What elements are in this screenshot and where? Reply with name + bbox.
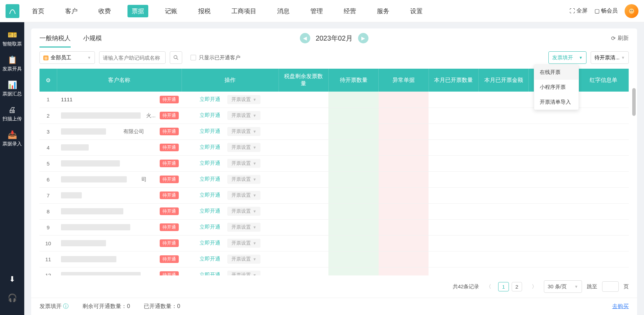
page-prev-button[interactable]: 〈 — [484, 283, 493, 290]
sidebar-bottom-0[interactable]: ⬇ — [8, 271, 17, 289]
invoice-setting-button[interactable]: 开票设置 ▼ — [227, 111, 261, 120]
sidebar-item-1[interactable]: 📋发票开具 — [2, 51, 22, 76]
invoice-setting-button[interactable]: 开票设置 ▼ — [227, 127, 261, 136]
pagination-total: 共42条记录 — [453, 283, 479, 290]
cell — [579, 203, 628, 219]
buy-link[interactable]: 去购买 — [612, 303, 629, 310]
chevron-down-icon: ▼ — [579, 56, 583, 60]
cell — [529, 124, 579, 139]
invoice-setting-button[interactable]: 开票设置 ▼ — [227, 239, 261, 248]
pending-list-select[interactable]: 待开票清... ▼ — [591, 51, 629, 64]
invoice-setting-button[interactable]: 开票设置 ▼ — [227, 207, 261, 216]
open-now-link[interactable]: 立即开通 — [200, 112, 220, 118]
page-1[interactable]: 1 — [498, 282, 509, 291]
invoice-setting-button[interactable]: 开票设置 ▼ — [227, 271, 261, 275]
sidebar-item-2[interactable]: 📊票据汇总 — [2, 76, 22, 101]
cell — [379, 251, 429, 267]
avatar[interactable] — [625, 4, 638, 18]
month-next-button[interactable]: ▶ — [358, 33, 369, 43]
nav-item-1[interactable]: 客户 — [61, 5, 82, 17]
nav-item-9[interactable]: 经营 — [339, 5, 360, 17]
invoice-setting-button[interactable]: 开票设置 ▼ — [227, 95, 261, 104]
only-opened-checkbox[interactable]: 只显示已开通客户 — [191, 54, 240, 61]
invoice-setting-button[interactable]: 开票设置 ▼ — [227, 143, 261, 152]
dropdown-item-1[interactable]: 小程序开票 — [534, 80, 579, 95]
cell — [529, 155, 579, 171]
cell — [478, 251, 528, 267]
table-row: 10待开通立即开通开票设置 ▼ — [39, 235, 629, 251]
open-now-link[interactable]: 立即开通 — [200, 96, 220, 102]
month-text: 2023年02月 — [316, 34, 353, 43]
invoice-setting-button[interactable]: 开票设置 ▼ — [227, 255, 261, 264]
open-now-link[interactable]: 立即开通 — [200, 128, 220, 134]
cell — [279, 92, 328, 108]
open-now-link[interactable]: 立即开通 — [200, 272, 220, 275]
open-now-link[interactable]: 立即开通 — [200, 256, 220, 262]
row-index: 10 — [39, 235, 57, 251]
th-1: 客户名称 — [57, 69, 182, 92]
pending-badge: 待开通 — [160, 176, 179, 183]
per-page-select[interactable]: 30 条/页 ▼ — [544, 280, 582, 293]
gear-icon[interactable]: ⚙ — [46, 77, 51, 83]
row-name: 待开通 — [57, 155, 182, 171]
nav-item-11[interactable]: 设置 — [406, 5, 427, 17]
jump-input[interactable] — [602, 281, 619, 292]
sidebar-item-label: 票据汇总 — [2, 91, 22, 96]
cell — [328, 203, 378, 219]
sidebar-bottom-1[interactable]: 🎧 — [8, 289, 17, 308]
chevron-down-icon: ▼ — [253, 113, 257, 118]
nav-item-7[interactable]: 消息 — [273, 5, 294, 17]
open-now-link[interactable]: 立即开通 — [200, 224, 220, 230]
row-op: 立即开通开票设置 ▼ — [182, 187, 279, 203]
invoice-setting-button[interactable]: 开票设置 ▼ — [227, 223, 261, 232]
fullscreen-button[interactable]: ⛶ 全屏 — [570, 7, 588, 15]
dropdown-item-2[interactable]: 开票清单导入 — [534, 95, 579, 110]
open-now-link[interactable]: 立即开通 — [200, 144, 220, 150]
chevron-down-icon: ▼ — [253, 273, 257, 275]
cell — [429, 124, 478, 139]
search-input[interactable] — [103, 55, 162, 61]
invoice-setting-button[interactable]: 开票设置 ▼ — [227, 191, 261, 200]
tab-1[interactable]: 小规模 — [83, 30, 102, 48]
open-now-link[interactable]: 立即开通 — [200, 240, 220, 246]
nav-item-6[interactable]: 工商项目 — [227, 5, 261, 17]
sidebar-item-0[interactable]: 🎫智能取票 — [2, 26, 22, 51]
nav-item-10[interactable]: 服务 — [373, 5, 394, 17]
tab-0[interactable]: 一般纳税人 — [39, 30, 71, 48]
nav-item-8[interactable]: 管理 — [306, 5, 327, 17]
month-prev-button[interactable]: ◀ — [300, 33, 310, 43]
cell — [279, 155, 328, 171]
fullscreen-label: 全屏 — [576, 7, 588, 15]
sidebar-item-3[interactable]: 🖨扫描上传 — [2, 101, 22, 126]
scrollbar-vertical[interactable] — [632, 88, 636, 116]
cell — [429, 267, 478, 275]
search-button[interactable] — [170, 51, 182, 64]
nav-item-4[interactable]: 记账 — [161, 5, 182, 17]
open-now-link[interactable]: 立即开通 — [200, 208, 220, 214]
member-button[interactable]: ▢ 畅会员 — [594, 7, 618, 15]
row-op: 立即开通开票设置 ▼ — [182, 203, 279, 219]
invoice-fill-select[interactable]: 发票填开 ▼ — [548, 51, 586, 64]
row-op: 立即开通开票设置 ▼ — [182, 139, 279, 155]
chevron-down-icon: ▼ — [253, 161, 257, 165]
dropdown-item-0[interactable]: 在线开票 — [534, 65, 579, 80]
invoice-setting-button[interactable]: 开票设置 ▼ — [227, 159, 261, 168]
page-2[interactable]: 2 — [512, 282, 522, 291]
sidebar-item-4[interactable]: 📥票据录入 — [2, 126, 22, 151]
cell — [579, 187, 628, 203]
cell — [478, 187, 528, 203]
page-next-button[interactable]: 〉 — [530, 283, 539, 290]
row-name: 1111待开通 — [57, 92, 182, 108]
invoice-setting-button[interactable]: 开票设置 ▼ — [227, 175, 261, 184]
open-now-link[interactable]: 立即开通 — [200, 192, 220, 198]
refresh-button[interactable]: ⟳ 刷新 — [611, 35, 629, 42]
nav-item-5[interactable]: 报税 — [194, 5, 215, 17]
open-now-link[interactable]: 立即开通 — [200, 176, 220, 182]
employee-select[interactable]: ⊞全部员工 ▼ — [39, 51, 95, 64]
open-now-link[interactable]: 立即开通 — [200, 160, 220, 166]
row-index: 2 — [39, 108, 57, 124]
nav-item-0[interactable]: 首页 — [28, 5, 48, 17]
nav-item-2[interactable]: 收费 — [94, 5, 115, 17]
nav-item-3[interactable]: 票据 — [127, 5, 148, 17]
pending-badge: 待开通 — [160, 223, 179, 231]
